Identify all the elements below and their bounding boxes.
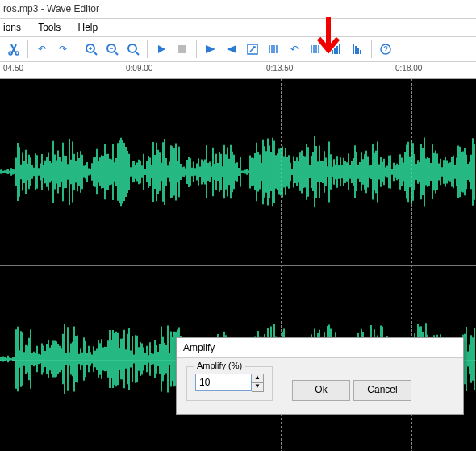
- amplify-legend: Amplify (%): [194, 361, 245, 370]
- menu-actions[interactable]: ions: [3, 22, 21, 33]
- window-title: ros.mp3 - Wave Editor: [0, 0, 476, 19]
- svg-rect-22: [334, 48, 336, 54]
- amplify-dialog: Amplify Amplify (%) ▲ ▼ Ok Cancel: [176, 337, 464, 415]
- undo-icon[interactable]: ↶: [31, 40, 52, 59]
- svg-line-7: [115, 52, 118, 55]
- amplify-fieldset: Amplify (%) ▲ ▼: [186, 366, 273, 401]
- svg-point-0: [9, 52, 12, 55]
- svg-rect-25: [353, 44, 354, 54]
- stop-icon[interactable]: [172, 40, 193, 59]
- revert-icon[interactable]: ↶: [284, 40, 305, 59]
- svg-text:?: ?: [383, 45, 388, 54]
- toolbar: ↶ ↷ ↶ ?: [0, 37, 476, 62]
- zoom-in-icon[interactable]: [81, 40, 102, 59]
- menu-tools[interactable]: Tools: [38, 22, 61, 33]
- cancel-button[interactable]: Cancel: [353, 380, 411, 401]
- scissors-icon[interactable]: [3, 40, 24, 59]
- svg-rect-26: [355, 46, 357, 54]
- ok-button[interactable]: Ok: [292, 380, 350, 401]
- menu-bar: ions Tools Help: [0, 19, 476, 37]
- svg-rect-27: [357, 48, 359, 54]
- amplify-down-icon[interactable]: [347, 40, 368, 59]
- ruler-tick: 0:09.00: [126, 64, 152, 73]
- amplify-value-input[interactable]: [195, 374, 252, 391]
- redo-icon[interactable]: ↷: [52, 40, 73, 59]
- svg-rect-28: [360, 50, 361, 54]
- svg-rect-21: [332, 50, 333, 54]
- amplify-up-icon[interactable]: [326, 40, 347, 59]
- ruler-tick: 0:18.00: [395, 64, 422, 73]
- insert-silence-icon[interactable]: [242, 40, 263, 59]
- svg-line-10: [136, 52, 139, 55]
- waveform-area[interactable]: Amplify Amplify (%) ▲ ▼ Ok Cancel: [0, 79, 476, 451]
- waveform-track-left: [0, 79, 476, 266]
- zoom-fit-icon[interactable]: [123, 40, 144, 59]
- effect-icon-1[interactable]: [263, 40, 284, 59]
- svg-point-9: [128, 44, 136, 52]
- fade-out-icon[interactable]: [221, 40, 242, 59]
- ruler-tick: 04.50: [3, 64, 23, 73]
- fade-in-icon[interactable]: [200, 40, 221, 59]
- time-ruler: 04.50 0:09.00 0:13.50 0:18.00: [0, 62, 476, 79]
- svg-point-1: [15, 52, 19, 55]
- menu-help[interactable]: Help: [78, 22, 98, 33]
- svg-line-3: [94, 52, 97, 55]
- dialog-title: Amplify: [177, 338, 463, 358]
- effect-icon-2[interactable]: [305, 40, 326, 59]
- zoom-out-icon[interactable]: [102, 40, 123, 59]
- spinner-down-icon[interactable]: ▼: [252, 383, 263, 391]
- svg-rect-11: [178, 45, 186, 53]
- svg-rect-24: [339, 44, 340, 54]
- svg-rect-23: [336, 46, 338, 54]
- ruler-tick: 0:13.50: [266, 64, 293, 73]
- play-icon[interactable]: [151, 40, 172, 59]
- help-icon[interactable]: ?: [375, 40, 396, 59]
